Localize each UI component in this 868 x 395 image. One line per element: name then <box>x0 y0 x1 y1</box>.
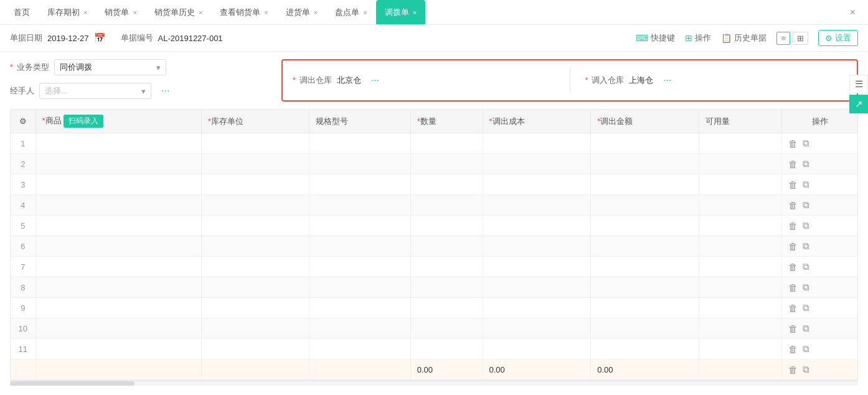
product-cell[interactable] <box>35 298 201 318</box>
copy-icon[interactable]: ⧉ <box>803 343 809 355</box>
tab-transfer-order[interactable]: 调拨单 × <box>376 0 425 24</box>
copy-icon[interactable]: ⧉ <box>803 179 809 190</box>
copy-icon[interactable]: ⧉ <box>803 302 809 313</box>
cost-cell[interactable] <box>483 216 591 236</box>
transfer-in-more-button[interactable]: ··· <box>663 75 671 86</box>
list-view-sidebar-button[interactable]: ☰ <box>849 75 868 93</box>
unit-cell[interactable] <box>201 339 309 359</box>
product-cell[interactable] <box>35 195 201 216</box>
tab-purchase-order[interactable]: 进货单 × <box>277 0 326 24</box>
copy-icon[interactable]: ⧉ <box>803 282 809 293</box>
qty-cell[interactable] <box>410 298 483 318</box>
qty-cell[interactable] <box>410 318 483 339</box>
spec-cell[interactable] <box>309 298 410 318</box>
tab-sales-history[interactable]: 销货单历史 × <box>146 0 211 24</box>
cost-cell[interactable] <box>483 318 591 339</box>
scan-button[interactable]: 扫码录入 <box>64 115 103 128</box>
cost-cell[interactable] <box>483 339 591 359</box>
copy-icon[interactable]: ⧉ <box>803 364 809 375</box>
delete-icon[interactable]: 🗑 <box>788 303 798 313</box>
amount-cell[interactable] <box>591 195 699 216</box>
spec-cell[interactable] <box>309 154 410 174</box>
close-icon[interactable]: × <box>133 9 136 16</box>
delete-icon[interactable]: 🗑 <box>788 138 798 149</box>
amount-cell[interactable] <box>591 174 699 195</box>
available-cell[interactable] <box>699 133 781 154</box>
tab-inventory-init[interactable]: 库存期初 × <box>39 0 96 24</box>
amount-cell[interactable] <box>591 133 699 154</box>
close-icon[interactable]: × <box>199 9 202 16</box>
qty-cell[interactable] <box>410 277 483 298</box>
unit-cell[interactable] <box>201 154 309 174</box>
copy-icon[interactable]: ⧉ <box>803 240 809 252</box>
available-cell[interactable] <box>699 195 781 216</box>
unit-cell[interactable] <box>201 257 309 277</box>
cost-cell[interactable] <box>483 133 591 154</box>
amount-cell[interactable] <box>591 154 699 174</box>
available-cell[interactable] <box>699 339 781 359</box>
unit-cell[interactable] <box>201 298 309 318</box>
business-type-select[interactable]: 同价调拨 ▾ <box>54 59 166 75</box>
history-button[interactable]: 📋 历史单据 <box>721 32 767 44</box>
cost-cell[interactable] <box>483 174 591 195</box>
delete-icon[interactable]: 🗑 <box>788 159 798 169</box>
spec-cell[interactable] <box>309 195 410 216</box>
amount-cell[interactable] <box>591 216 699 236</box>
product-cell[interactable] <box>35 216 201 236</box>
product-cell[interactable] <box>35 257 201 277</box>
product-cell[interactable] <box>35 318 201 339</box>
copy-icon[interactable]: ⧉ <box>803 158 809 169</box>
amount-cell[interactable] <box>591 298 699 318</box>
copy-icon[interactable]: ⧉ <box>803 220 809 231</box>
cost-cell[interactable] <box>483 154 591 174</box>
handler-select[interactable]: 选择... ▾ <box>39 83 151 99</box>
available-cell[interactable] <box>699 318 781 339</box>
spec-cell[interactable] <box>309 318 410 339</box>
cost-cell[interactable] <box>483 257 591 277</box>
unit-cell[interactable] <box>201 318 309 339</box>
qty-cell[interactable] <box>410 216 483 236</box>
spec-cell[interactable] <box>309 257 410 277</box>
unit-cell[interactable] <box>201 133 309 154</box>
qty-cell[interactable] <box>410 174 483 195</box>
spec-cell[interactable] <box>309 236 410 257</box>
spec-cell[interactable] <box>309 216 410 236</box>
available-cell[interactable] <box>699 257 781 277</box>
qty-cell[interactable] <box>410 236 483 257</box>
product-cell[interactable] <box>35 133 201 154</box>
available-cell[interactable] <box>699 216 781 236</box>
col-settings[interactable]: ⚙ <box>11 110 35 133</box>
unit-cell[interactable] <box>201 216 309 236</box>
copy-icon[interactable]: ⧉ <box>803 199 809 211</box>
product-cell[interactable] <box>35 174 201 195</box>
close-icon[interactable]: × <box>83 9 87 16</box>
copy-icon[interactable]: ⧉ <box>803 323 809 334</box>
product-cell[interactable] <box>35 236 201 257</box>
unit-cell[interactable] <box>201 174 309 195</box>
available-cell[interactable] <box>699 236 781 257</box>
scroll-bar[interactable] <box>10 381 134 386</box>
spec-cell[interactable] <box>309 174 410 195</box>
qty-cell[interactable] <box>410 257 483 277</box>
amount-cell[interactable] <box>591 236 699 257</box>
unit-cell[interactable] <box>201 236 309 257</box>
delete-icon[interactable]: 🗑 <box>788 241 798 252</box>
available-cell[interactable] <box>699 277 781 298</box>
unit-cell[interactable] <box>201 277 309 298</box>
grid-view-button[interactable]: ⊞ <box>793 32 808 45</box>
delete-icon[interactable]: 🗑 <box>788 282 798 293</box>
list-view-button[interactable]: ≡ <box>776 32 790 45</box>
qty-cell[interactable] <box>410 133 483 154</box>
delete-icon[interactable]: 🗑 <box>788 364 798 375</box>
settings-button[interactable]: ⚙ 设置 <box>818 30 858 46</box>
cost-cell[interactable] <box>483 195 591 216</box>
tab-sales-order[interactable]: 销货单 × <box>96 0 145 24</box>
delete-icon[interactable]: 🗑 <box>788 221 798 231</box>
export-sidebar-button[interactable]: ↗ <box>849 95 868 113</box>
amount-cell[interactable] <box>591 318 699 339</box>
delete-icon[interactable]: 🗑 <box>788 344 798 355</box>
qty-cell[interactable] <box>410 154 483 174</box>
cost-cell[interactable] <box>483 236 591 257</box>
amount-cell[interactable] <box>591 277 699 298</box>
copy-icon[interactable]: ⧉ <box>803 138 809 149</box>
